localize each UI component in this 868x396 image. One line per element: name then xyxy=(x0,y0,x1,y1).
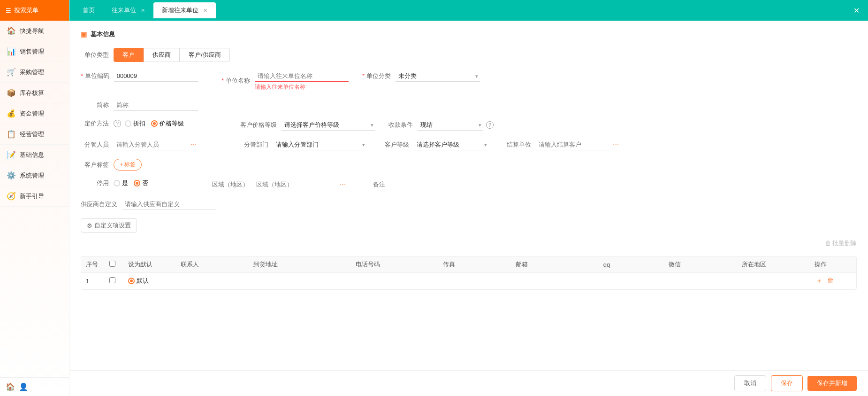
pricing-help-icon[interactable]: ? xyxy=(114,120,121,127)
row-address-input[interactable] xyxy=(253,278,310,285)
disabled-yes-label: 是 xyxy=(122,179,128,187)
row-region-input[interactable] xyxy=(742,278,779,285)
save-new-button[interactable]: 保存并新增 xyxy=(807,376,857,391)
customer-tag-row: 客户标签 + 标签 xyxy=(81,159,857,171)
department-select[interactable]: 请输入分管部门 xyxy=(273,139,367,150)
unit-name-label: 单位名称 xyxy=(221,77,255,85)
save-button[interactable]: 保存 xyxy=(771,375,803,391)
sidebar-item-inventory[interactable]: 📦库存核算 xyxy=(0,83,69,103)
customer-level-wrapper: 请选择客户等级 xyxy=(414,139,489,150)
payment-terms-select[interactable]: 现结 xyxy=(418,119,483,131)
supplier-custom-input[interactable] xyxy=(122,199,216,210)
manager-dots-btn[interactable]: ··· xyxy=(189,140,198,149)
unit-code-input[interactable] xyxy=(114,70,198,82)
row-check[interactable] xyxy=(105,273,123,289)
sidebar-item-finance[interactable]: 💰资金管理 xyxy=(0,103,69,124)
row-default-radio-item[interactable]: 默认 xyxy=(128,277,171,285)
row-contact-input[interactable] xyxy=(181,278,218,285)
customer-price-level-group: 客户价格等级 请选择客户价格等级 xyxy=(240,119,375,131)
custom-settings-button[interactable]: ⚙ 自定义项设置 xyxy=(81,218,137,233)
row-fax-input[interactable] xyxy=(443,278,480,285)
trash-icon: 🗑 xyxy=(825,240,831,247)
region-dots-btn[interactable]: ··· xyxy=(338,180,348,189)
col-email: 邮箱 xyxy=(511,256,598,273)
customer-price-level-select[interactable]: 请选择客户价格等级 xyxy=(282,119,375,131)
payment-terms-label: 收款条件 xyxy=(385,121,418,129)
tab-home[interactable]: 首页 xyxy=(74,2,103,18)
row-wechat-input[interactable] xyxy=(669,278,706,285)
bulk-delete-area[interactable]: 🗑 批量删除 xyxy=(81,236,857,250)
customer-level-select[interactable]: 请选择客户等级 xyxy=(414,139,489,150)
sidebar-item-sales[interactable]: 📊销售管理 xyxy=(0,41,69,62)
main-area: 首页 往来单位 ✕ 新增往来单位 ✕ ✕ ▣ 基本信息 单位类型 客户 供应商 … xyxy=(69,0,868,396)
select-all-checkbox[interactable] xyxy=(109,261,115,267)
row-phone-input[interactable] xyxy=(356,278,403,285)
row-default-radio xyxy=(128,278,135,284)
short-name-label: 简称 xyxy=(81,101,114,109)
user-icon: 👤 xyxy=(19,382,28,391)
unit-name-wrapper: 请输入往来单位名称 xyxy=(255,70,349,91)
remark-input[interactable] xyxy=(390,179,857,190)
contacts-table: 序号 设为默认 联系人 到货地址 电话号码 传真 邮箱 qq 微信 所在地区 操… xyxy=(81,256,856,289)
region-input[interactable] xyxy=(253,179,338,190)
operations-icon: 📋 xyxy=(7,130,16,139)
col-phone: 电话号码 xyxy=(351,256,438,273)
short-name-group: 简称 xyxy=(81,100,212,111)
disabled-no-radio xyxy=(134,180,140,186)
department-group: 分管部门 请输入分管部门 xyxy=(240,139,372,150)
sidebar-item-guide[interactable]: 🧭新手引导 xyxy=(0,186,69,207)
manager-input[interactable] xyxy=(114,139,189,150)
disabled-no[interactable]: 否 xyxy=(134,179,148,187)
row-add-btn[interactable]: ＋ xyxy=(816,277,822,284)
sidebar-label-operations: 经营管理 xyxy=(20,130,44,139)
row-delete-btn[interactable]: 🗑 xyxy=(827,277,834,284)
sidebar-label-inventory: 库存核算 xyxy=(20,89,44,97)
department-wrapper: 请输入分管部门 xyxy=(273,139,367,150)
purchase-icon: 🛒 xyxy=(7,68,16,77)
row-index: 1 xyxy=(81,273,105,289)
sidebar-label-sales: 销售管理 xyxy=(20,47,44,56)
tab-new-trading-unit-close[interactable]: ✕ xyxy=(203,8,207,14)
content-area: ▣ 基本信息 单位类型 客户 供应商 客户/供应商 单位编码 单 xyxy=(69,21,868,370)
unit-btn-customer[interactable]: 客户 xyxy=(114,48,144,62)
sidebar-item-basics[interactable]: 📝基础信息 xyxy=(0,145,69,165)
settlement-unit-input[interactable] xyxy=(536,139,611,150)
inventory-icon: 📦 xyxy=(7,88,16,97)
tab-new-trading-unit[interactable]: 新增往来单位 ✕ xyxy=(153,2,216,18)
col-index: 序号 xyxy=(81,256,105,273)
cancel-button[interactable]: 取消 xyxy=(734,375,766,391)
pricing-discount[interactable]: 折扣 xyxy=(125,119,145,128)
disabled-yes[interactable]: 是 xyxy=(114,179,128,187)
sidebar-label-basics: 基础信息 xyxy=(20,151,44,159)
sidebar-item-operations[interactable]: 📋经营管理 xyxy=(0,124,69,145)
settlement-dots-btn[interactable]: ··· xyxy=(611,140,621,149)
unit-category-select[interactable]: 未分类 xyxy=(396,70,480,82)
section-title: 基本信息 xyxy=(91,30,115,39)
quick-nav-icon: 🏠 xyxy=(7,26,16,35)
tab-trading-units[interactable]: 往来单位 ✕ xyxy=(103,2,153,18)
tab-trading-units-close[interactable]: ✕ xyxy=(141,8,145,14)
unit-name-input[interactable] xyxy=(255,70,349,82)
unit-btn-both[interactable]: 客户/供应商 xyxy=(180,48,230,62)
row-phone xyxy=(351,273,438,289)
row-checkbox[interactable] xyxy=(109,277,115,283)
unit-name-group: 单位名称 请输入往来单位名称 xyxy=(221,70,353,91)
payment-help-icon[interactable]: ? xyxy=(486,121,494,129)
unit-btn-supplier[interactable]: 供应商 xyxy=(144,48,180,62)
supplier-custom-label: 供应商自定义 xyxy=(81,200,122,209)
add-tag-button[interactable]: + 标签 xyxy=(114,159,142,171)
row-fax xyxy=(438,273,511,289)
unit-type-label: 单位类型 xyxy=(81,51,114,59)
row-qq-input[interactable] xyxy=(603,278,636,285)
pricing-price-level[interactable]: 价格等级 xyxy=(151,119,184,128)
sidebar-item-quick-nav[interactable]: 🏠快捷导航 xyxy=(0,21,69,41)
sidebar-item-purchase[interactable]: 🛒采购管理 xyxy=(0,62,69,83)
disabled-row: 停用 是 否 区域（地区） ··· xyxy=(81,179,857,190)
section-icon: ▣ xyxy=(81,31,87,38)
unit-category-label: 单位分类 xyxy=(362,72,396,80)
sidebar-item-system[interactable]: ⚙️系统管理 xyxy=(0,165,69,186)
short-name-input[interactable] xyxy=(114,100,198,111)
row-email-input[interactable] xyxy=(516,278,563,285)
main-close-icon[interactable]: ✕ xyxy=(850,6,863,15)
search-menu[interactable]: ☰ 搜索菜单 xyxy=(0,0,69,21)
